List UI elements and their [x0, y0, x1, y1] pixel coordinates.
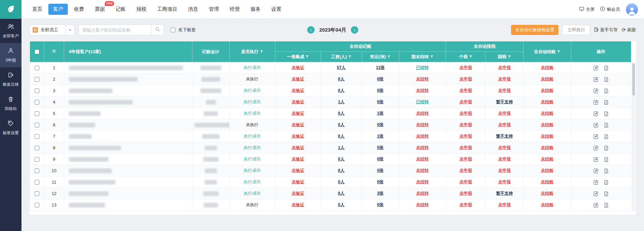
voucher-link[interactable]: 0张 — [377, 180, 383, 184]
integration-link[interactable]: 未验证 — [291, 157, 304, 161]
carryover-link[interactable]: 未结转 — [416, 168, 429, 173]
closing-link[interactable]: 未结账 — [541, 77, 554, 81]
carryover-link[interactable]: 未结转 — [416, 88, 429, 93]
edit-button[interactable] — [593, 111, 598, 116]
closing-link[interactable]: 未结账 — [541, 134, 554, 139]
guide-button[interactable]: 新手引导 — [594, 27, 617, 33]
client-cell[interactable] — [64, 85, 192, 97]
carryover-link[interactable]: 未结转 — [416, 191, 429, 196]
personal-tax-link[interactable]: 未申报 — [459, 77, 472, 81]
carryover-link[interactable]: 未结转 — [416, 145, 429, 150]
nav-item-invoices[interactable]: 票据new — [90, 4, 109, 15]
voucher-link[interactable]: 11张 — [376, 65, 385, 70]
integration-link[interactable]: 未验证 — [291, 134, 304, 139]
salary-link[interactable]: 0人 — [338, 202, 344, 207]
employee-filter-select[interactable]: 全部员工 ▼ — [30, 25, 75, 35]
client-cell[interactable] — [64, 97, 192, 108]
sidebar-item-all-clients[interactable]: 全部客户 — [0, 19, 21, 43]
integration-link[interactable]: 未验证 — [291, 168, 304, 173]
personal-tax-link[interactable]: 未申报 — [459, 145, 472, 150]
client-cell[interactable] — [64, 177, 192, 188]
edit-button[interactable] — [593, 157, 598, 162]
column-settings-header[interactable] — [44, 41, 64, 62]
nav-item-business-projects[interactable]: 工商项目 — [152, 4, 182, 15]
closing-link[interactable]: 未结账 — [541, 168, 554, 173]
voucher-link[interactable]: 1张 — [377, 111, 383, 116]
prev-month-button[interactable]: ‹ — [307, 26, 315, 34]
salary-link[interactable]: 57人 — [337, 65, 346, 70]
voucher-link[interactable]: 0张 — [377, 122, 383, 127]
nav-item-operation[interactable]: 经营 — [225, 4, 244, 15]
nav-item-management[interactable]: 管理 — [204, 4, 224, 15]
report-button[interactable] — [604, 203, 609, 208]
national-tax-link[interactable]: 未申报 — [498, 111, 511, 116]
next-month-button[interactable]: › — [351, 26, 358, 34]
integration-link[interactable]: 未验证 — [291, 65, 304, 70]
personal-tax-link[interactable]: 未申报 — [459, 122, 472, 127]
carryover-link[interactable]: 已结转 — [416, 65, 429, 70]
edit-button[interactable] — [593, 203, 598, 208]
voucher-link[interactable]: 0张 — [377, 88, 383, 93]
nav-item-messages[interactable]: 消息 — [183, 4, 203, 15]
report-button[interactable] — [604, 134, 609, 139]
national-tax-link[interactable]: 未申报 — [498, 180, 511, 184]
personal-tax-link[interactable]: 未申报 — [459, 168, 472, 173]
edit-button[interactable] — [593, 168, 598, 174]
national-tax-link[interactable]: 暂不支持 — [496, 100, 513, 104]
carryover-link[interactable]: 未结转 — [416, 134, 429, 139]
national-tax-link[interactable]: 未申报 — [498, 202, 511, 207]
report-button[interactable] — [604, 168, 609, 174]
integration-link[interactable]: 未验证 — [291, 100, 304, 104]
personal-tax-link[interactable]: 未申报 — [459, 65, 472, 70]
integration-link[interactable]: 未验证 — [291, 111, 304, 116]
edit-button[interactable] — [593, 134, 598, 139]
user-avatar[interactable] — [626, 3, 638, 15]
salary-link[interactable]: 0人 — [338, 88, 344, 93]
voucher-link[interactable]: 0张 — [377, 168, 383, 173]
personal-tax-link[interactable]: 未申报 — [459, 157, 472, 161]
personal-tax-link[interactable]: 未申报 — [459, 111, 472, 116]
national-tax-link[interactable]: 未申报 — [498, 77, 511, 81]
national-tax-column-header[interactable]: 国税 — [486, 52, 523, 62]
voucher-link[interactable]: 3张 — [377, 191, 383, 196]
report-button[interactable] — [604, 100, 609, 105]
closing-link[interactable]: 未结账 — [541, 202, 554, 207]
vertical-scrollbar[interactable] — [632, 63, 635, 211]
personal-tax-column-header[interactable]: 个税 — [446, 52, 486, 62]
personal-tax-link[interactable]: 未申报 — [459, 191, 472, 196]
search-input[interactable] — [79, 25, 151, 35]
carryover-link[interactable]: 未结转 — [416, 202, 429, 207]
closing-link[interactable]: 未结账 — [541, 65, 554, 70]
integration-link[interactable]: 未验证 — [291, 88, 304, 93]
national-tax-link[interactable]: 未申报 — [498, 122, 511, 127]
client-cell[interactable] — [64, 74, 192, 85]
nav-item-bookkeeping[interactable]: 记账 — [111, 4, 130, 15]
client-cell[interactable] — [64, 62, 192, 74]
national-tax-link[interactable]: 未申报 — [498, 88, 511, 93]
salary-link[interactable]: 0人 — [338, 111, 344, 116]
closing-link[interactable]: 未结账 — [541, 100, 554, 104]
closing-link[interactable]: 未结账 — [541, 145, 554, 150]
refresh-button[interactable]: ⟳ 刷新 — [622, 27, 636, 33]
carryover-link[interactable]: 未结转 — [416, 77, 429, 81]
voucher-column-header[interactable]: 凭证(张) — [362, 52, 399, 62]
salary-link[interactable]: 1人 — [338, 145, 344, 150]
national-tax-link[interactable]: 未申报 — [498, 157, 511, 161]
own-accounts-checkbox[interactable] — [171, 28, 175, 32]
national-tax-link[interactable]: 未申报 — [498, 145, 511, 150]
national-tax-link[interactable]: 暂不支持 — [496, 134, 513, 139]
carryover-link[interactable]: 未结转 — [416, 122, 429, 127]
row-checkbox[interactable] — [35, 123, 39, 127]
personal-tax-link[interactable]: 未申报 — [459, 88, 472, 93]
nav-item-fees[interactable]: 收费 — [69, 4, 89, 15]
row-checkbox[interactable] — [35, 168, 39, 173]
salary-link[interactable]: 0人 — [338, 122, 344, 127]
carryover-link[interactable]: 未结转 — [416, 180, 429, 184]
carryover-column-header[interactable]: 期末结转 — [399, 52, 446, 62]
salary-link[interactable]: 0人 — [338, 134, 344, 139]
national-tax-link[interactable]: 暂不支持 — [496, 191, 513, 196]
personal-tax-link[interactable]: 未申报 — [459, 180, 472, 184]
client-cell[interactable] — [64, 142, 192, 154]
auto-settings-button[interactable]: 全自动记账报税设置 — [511, 25, 558, 35]
row-checkbox[interactable] — [35, 157, 39, 162]
